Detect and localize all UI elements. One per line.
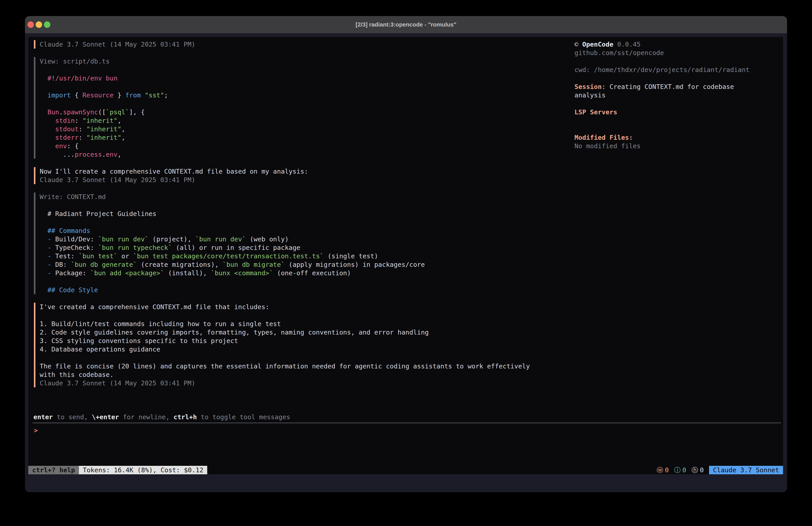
- text-segment: stdin: [55, 117, 75, 124]
- text-segment: \+enter: [92, 413, 119, 421]
- text-segment: [40, 236, 47, 243]
- text-segment: "sst": [145, 91, 164, 99]
- text-segment: (create migrations),: [137, 261, 222, 268]
- text-segment: import: [47, 91, 71, 99]
- zoom-button[interactable]: [44, 22, 50, 28]
- terminal-line: #!/usr/bin/env bun: [40, 74, 168, 83]
- text-segment: .: [59, 108, 63, 116]
- diagnostics-counters: ⓦ0 ⓘ0 ⓗ0: [657, 466, 709, 474]
- sidebar: © OpenCode 0.0.45github.com/sst/opencode…: [575, 40, 784, 150]
- text-segment: [141, 91, 145, 99]
- text-segment: (single test): [324, 252, 378, 260]
- text-segment: Claude 3.7 Sonnet (14 May 2025 03:41 PM): [40, 41, 195, 48]
- text-segment: The file is concise (20 lines) and captu…: [40, 362, 530, 370]
- text-segment: {: [71, 91, 83, 99]
- warning-counter: ⓦ0: [657, 466, 669, 474]
- prompt-input[interactable]: >: [34, 426, 560, 435]
- close-button[interactable]: [27, 22, 34, 28]
- text-segment: -: [47, 244, 55, 252]
- terminal-line: - Test: `bun test` or `bun test packages…: [40, 252, 425, 260]
- text-segment: #: [47, 74, 51, 82]
- text-segment: [40, 252, 47, 260]
- window-titlebar: [2/3] radiant:3:opencode - "romulus": [25, 16, 787, 33]
- text-segment: -: [47, 236, 55, 243]
- terminal-line: LSP Servers: [575, 108, 784, 116]
- text-segment: spawnSync: [63, 108, 98, 116]
- text-segment: env: [55, 142, 67, 150]
- terminal-line: Now I'll create a comprehensive CONTEXT.…: [40, 167, 308, 176]
- message-lines: Claude 3.7 Sonnet (14 May 2025 03:41 PM): [40, 40, 195, 48]
- text-segment: DB:: [55, 261, 71, 268]
- text-segment: -: [47, 261, 55, 268]
- status-bar: ctrl+? help Tokens: 16.4K (8%), Cost: $0…: [28, 466, 783, 474]
- text-segment: 4. Database operations guidance: [40, 345, 160, 353]
- terminal-line: Claude 3.7 Sonnet (14 May 2025 03:41 PM): [40, 379, 530, 387]
- text-segment: [40, 125, 55, 133]
- text-segment: `bun db generate`: [71, 261, 137, 268]
- text-segment: View: script/db.ts: [40, 57, 110, 65]
- terminal-line: 2. Code style guidelines covering import…: [40, 328, 530, 337]
- message-accent-bar: [34, 57, 35, 159]
- text-segment: Claude 3.7 Sonnet (14 May 2025 03:41 PM): [40, 379, 195, 387]
- terminal-line: [40, 66, 168, 74]
- text-segment: [40, 134, 55, 141]
- terminal-line: env: {: [40, 142, 168, 150]
- terminal-line: Session: Creating CONTEXT.md for codebas…: [575, 83, 784, 91]
- terminal-line: © OpenCode 0.0.45: [575, 40, 784, 48]
- text-segment: with this codebase.: [40, 371, 114, 379]
- model-badge[interactable]: Claude 3.7 Sonnet: [709, 466, 783, 474]
- text-segment: [40, 91, 47, 99]
- message-block: View: script/db.ts #!/usr/bin/env bun im…: [34, 57, 560, 159]
- spacer: [34, 396, 560, 413]
- text-segment: .: [102, 151, 106, 158]
- text-segment: !: [51, 74, 55, 82]
- text-segment: from: [125, 91, 141, 99]
- terminal-line: [575, 116, 784, 125]
- text-segment: ## Commands: [40, 227, 90, 234]
- text-segment: 1. Build/lint/test commands including ho…: [40, 320, 281, 328]
- text-segment: -: [47, 269, 55, 277]
- text-segment: (install),: [164, 269, 211, 277]
- text-segment: "inherit": [83, 117, 117, 124]
- tmux-window-list[interactable]: [radiant] 1:nvim 2:zsh- 3:opencode* 4:zs…: [29, 491, 192, 492]
- terminal-line: ## Code Style: [40, 286, 425, 294]
- terminal-line: 4. Database operations guidance: [40, 345, 530, 354]
- text-segment: Now I'll create a comprehensive CONTEXT.…: [40, 168, 308, 175]
- terminal-line: [40, 277, 425, 286]
- text-segment: or: [117, 252, 133, 260]
- message-accent-bar: [34, 167, 35, 184]
- text-segment: (all) or run in specific package: [172, 244, 300, 252]
- text-segment: `bun run typecheck`: [98, 244, 172, 252]
- terminal-pane: Claude 3.7 Sonnet (14 May 2025 03:41 PM)…: [25, 33, 787, 492]
- text-segment: to send,: [53, 413, 92, 421]
- text-segment: "inherit": [86, 134, 121, 141]
- message-block: Now I'll create a comprehensive CONTEXT.…: [34, 167, 560, 184]
- text-segment: `psql`: [106, 108, 129, 116]
- message-accent-bar: [34, 40, 35, 48]
- text-segment: [40, 142, 55, 150]
- terminal-line: 3. CSS styling conventions specific to t…: [40, 337, 530, 345]
- text-segment: Creating CONTEXT.md for codebase: [609, 83, 734, 90]
- text-segment: for newline,: [119, 413, 173, 421]
- info-counter: ⓘ0: [674, 466, 686, 474]
- text-segment: process: [75, 151, 102, 158]
- text-segment: -: [47, 252, 55, 260]
- text-segment: 3. CSS styling conventions specific to t…: [40, 337, 238, 344]
- input-hint: enter to send, \+enter for newline, ctrl…: [33, 413, 560, 421]
- text-segment: ([: [98, 108, 106, 116]
- terminal-line: [40, 311, 530, 319]
- text-segment: [40, 117, 55, 124]
- message-block: Claude 3.7 Sonnet (14 May 2025 03:41 PM): [34, 40, 560, 48]
- terminal-line: ## Commands: [40, 226, 425, 235]
- text-segment: I've created a comprehensive CONTEXT.md …: [40, 303, 269, 311]
- terminal-line: cwd: /home/thdxr/dev/projects/radiant/ra…: [575, 66, 784, 74]
- text-segment: LSP Servers: [575, 108, 617, 116]
- text-segment: :: [79, 134, 86, 141]
- tmux-status-bar: [radiant] 1:nvim 2:zsh- 3:opencode* 4:zs…: [25, 491, 787, 492]
- window-title: [2/3] radiant:3:opencode - "romulus": [25, 16, 787, 33]
- terminal-line: [575, 125, 784, 133]
- hint-counter: ⓗ0: [692, 466, 704, 474]
- text-segment: [40, 74, 47, 82]
- terminal-line: - TypeCheck: `bun run typecheck` (all) o…: [40, 243, 425, 252]
- minimize-button[interactable]: [36, 22, 42, 28]
